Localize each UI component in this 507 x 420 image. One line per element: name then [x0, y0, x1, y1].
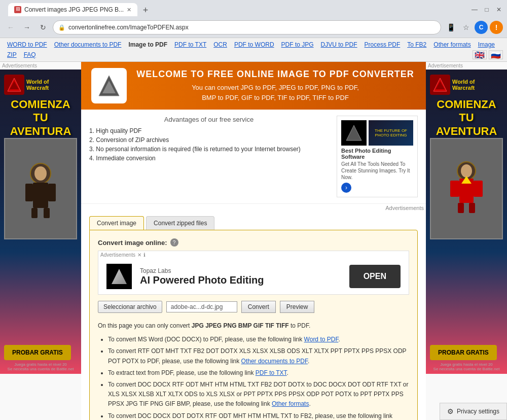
address-bar[interactable]: 🔒 convertonlinefree.com/ImageToPDFEN.asp… [53, 20, 441, 34]
left-ad-label: Advertisements [0, 62, 81, 69]
nav-other-formats[interactable]: Other formats [430, 40, 474, 49]
maximize-btn[interactable]: □ [483, 6, 491, 14]
flag-ru[interactable]: 🇷🇺 [489, 50, 503, 59]
inner-ad-open-btn[interactable]: OPEN [349, 265, 401, 288]
tab-convert-image[interactable]: Convert image [89, 216, 144, 230]
nav-faq[interactable]: FAQ [21, 50, 39, 59]
list-item: To convert MS Word (DOC DOCX) to PDF, pl… [108, 335, 409, 344]
nav-image[interactable]: Image [475, 40, 498, 49]
main-text-content: On this page you can only convert JPG JP… [98, 321, 409, 420]
warn-icon[interactable]: ! [490, 21, 503, 34]
nav-to-fb2[interactable]: To FB2 [404, 40, 429, 49]
privacy-icon: ⚙ [447, 407, 454, 415]
select-file-btn[interactable]: Seleccionar archivo [98, 301, 162, 313]
nav-other-docs[interactable]: Other documents to PDF [51, 40, 125, 49]
lang-flags: 🇬🇧 🇷🇺 [473, 50, 503, 59]
nav-ocr[interactable]: OCR [210, 40, 230, 49]
close-btn[interactable]: ✕ [495, 6, 503, 14]
convert-box: Convert image online: ? Advertisements ✕… [89, 230, 418, 420]
left-ad-sidebar: Advertisements World ofWarcraft COMIENZA… [0, 62, 81, 420]
privacy-settings-bar[interactable]: ⚙ Privacy settings [440, 403, 507, 420]
svg-rect-7 [44, 208, 50, 218]
svg-point-8 [34, 166, 47, 181]
right-ad-title: COMIENZATUAVENTURA [436, 98, 497, 138]
cast-icon[interactable]: 📱 [444, 21, 457, 34]
advantages-section: Advantages of our free service 1. High q… [81, 110, 426, 204]
forward-btn[interactable]: → [20, 21, 33, 34]
convert-tabs: Convert image Convert zipped files [81, 212, 426, 230]
right-ad-image[interactable]: World ofWarcraft COMIENZATUAVENTURA [426, 69, 507, 374]
nav-word-to-pdf[interactable]: WORD to PDF [4, 40, 50, 49]
inner-ad-label: Advertisements ✕ ℹ [98, 251, 409, 259]
link-pdf-to-txt[interactable]: PDF to TXT [256, 369, 287, 376]
minimize-btn[interactable]: — [470, 6, 479, 14]
hero-logo [91, 68, 127, 103]
bookmark-icon[interactable]: ☆ [459, 21, 473, 34]
svg-rect-16 [450, 181, 459, 197]
svg-rect-18 [458, 203, 464, 213]
list-item: To extract text from PDF, please, use th… [108, 368, 409, 378]
svg-rect-6 [31, 208, 38, 218]
advantage-2: 2. Conversion of ZIP archives [89, 136, 329, 144]
right-ad-try-btn[interactable]: PROBAR GRATIS [430, 345, 497, 360]
small-ad-block[interactable]: THE FUTURE OFPHOTO EDITING Best Photo Ed… [337, 116, 418, 197]
ads-label-right: Advertisements [81, 204, 426, 212]
window-controls: — □ ✕ [470, 6, 503, 14]
hero-title: WELCOME TO FREE ONLINE IMAGE TO PDF CONV… [135, 69, 416, 80]
tab-favicon: 🖼 [14, 6, 21, 13]
small-ad-desc: Get All The Tools Needed To Create Stunn… [341, 161, 413, 181]
site-nav: WORD to PDF Other documents to PDF Image… [0, 38, 507, 62]
advantage-3: 3. No personal information is required (… [89, 146, 329, 153]
inner-ad-logo [106, 264, 132, 289]
left-ad-image[interactable]: World ofWarcraft COMIENZATUAVENTURA PROB… [0, 69, 81, 374]
intro-text: On this page you can only convert JPG JP… [98, 321, 409, 331]
link-other-formats[interactable]: Other formats [272, 400, 309, 407]
small-ad-next-btn[interactable]: › [341, 183, 351, 193]
lock-icon: 🔒 [58, 24, 65, 31]
user-avatar[interactable]: C [475, 21, 488, 34]
svg-rect-19 [469, 203, 475, 213]
advantage-1: 1. High quality PDF [89, 127, 329, 134]
list-item: To convert RTF ODT MHT TXT FB2 DOT DOTX … [108, 346, 409, 366]
close-ad-icon[interactable]: ✕ [137, 252, 141, 258]
browser-tab[interactable]: 🖼 Convert images JPG JPEG PNG B... ✕ [8, 3, 137, 16]
svg-rect-5 [48, 184, 56, 201]
left-ad-try-btn[interactable]: PROBAR GRATIS [4, 345, 71, 360]
advantages-title: Advantages of our free service [89, 116, 329, 123]
inner-ad-title: AI Powered Photo Editing [140, 274, 341, 286]
link-word-to-pdf[interactable]: Word to PDF [304, 336, 339, 343]
svg-point-20 [461, 164, 472, 178]
nav-process-pdf[interactable]: Process PDF [361, 40, 404, 49]
refresh-btn[interactable]: ↻ [37, 21, 50, 34]
advantage-4: 4. Immediate conversion [89, 155, 329, 162]
file-name-display: adobe-ac...d-dc.jpg [166, 301, 237, 312]
right-ad-label: Advertisements [426, 62, 507, 69]
left-ad-title: COMIENZATUAVENTURA [10, 98, 71, 138]
tab-title: Convert images JPG JPEG PNG B... [24, 6, 124, 13]
flag-en[interactable]: 🇬🇧 [473, 50, 487, 59]
address-text: convertonlinefree.com/ImageToPDFEN.aspx [68, 24, 436, 31]
svg-rect-3 [33, 183, 48, 208]
nav-djvu-to-pdf[interactable]: DJVU to PDF [318, 40, 360, 49]
tab-close-btn[interactable]: ✕ [127, 7, 131, 13]
nav-pdf-to-txt[interactable]: PDF to TXT [171, 40, 209, 49]
nav-zip[interactable]: ZIP [4, 50, 20, 59]
list-item: To convert DOC DOCX RTF ODT MHT HTM HTML… [108, 380, 409, 409]
svg-rect-17 [474, 181, 483, 197]
new-tab-btn[interactable]: + [139, 4, 152, 16]
back-btn[interactable]: ← [4, 21, 17, 34]
tab-convert-zipped[interactable]: Convert zipped files [146, 216, 214, 230]
svg-rect-4 [25, 184, 33, 201]
inner-ad: Advertisements ✕ ℹ Topaz Labs AI Powered… [98, 251, 409, 295]
nav-pdf-to-word[interactable]: PDF to WORD [231, 40, 277, 49]
nav-image-to-pdf[interactable]: Image to PDF [125, 40, 170, 49]
preview-btn[interactable]: Preview [280, 301, 315, 313]
convert-submit-btn[interactable]: Convert [241, 301, 276, 313]
help-icon[interactable]: ? [170, 238, 178, 247]
privacy-label: Privacy settings [457, 408, 499, 415]
inner-ad-brand: Topaz Labs [140, 267, 341, 274]
info-ad-icon[interactable]: ℹ [143, 252, 146, 258]
nav-pdf-to-jpg[interactable]: PDF to JPG [278, 40, 317, 49]
link-other-docs[interactable]: Other documents to PDF [241, 358, 308, 365]
convert-label: Convert image online: [98, 239, 167, 247]
